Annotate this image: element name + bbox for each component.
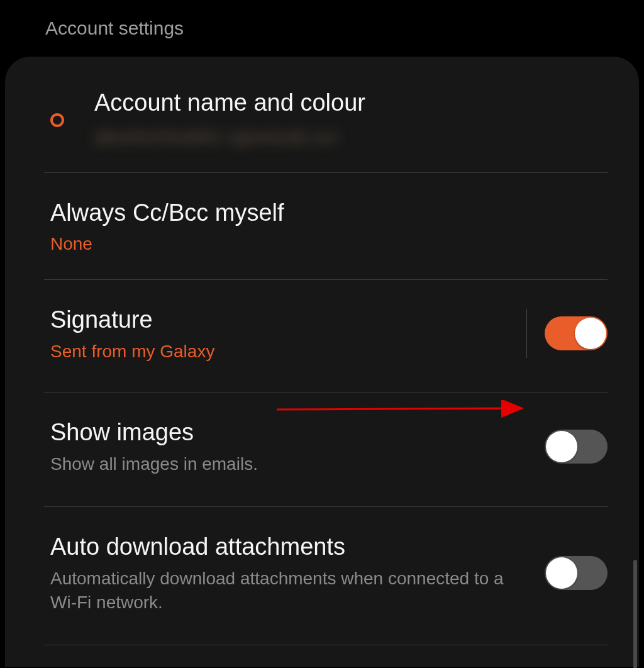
show-images-toggle[interactable] [545,430,608,464]
setting-account-name[interactable]: Account name and colour aboshcrhesb01 rg… [5,57,639,172]
account-name-title: Account name and colour [94,88,608,118]
page-title: Account settings [0,0,644,57]
auto-download-title: Auto download attachments [50,532,532,562]
auto-download-toggle[interactable] [545,556,608,590]
account-color-icon-wrap [50,108,94,127]
account-color-icon [50,113,64,127]
divider [44,645,608,645]
signature-title: Signature [50,305,514,335]
show-images-description: Show all images in emails. [50,452,532,476]
setting-cc-bcc[interactable]: Always Cc/Bcc myself None [5,173,639,280]
cc-bcc-title: Always Cc/Bcc myself [50,198,608,228]
toggle-knob [575,318,606,349]
toggle-knob [546,431,577,462]
settings-panel: Account name and colour aboshcrhesb01 rg… [5,57,639,667]
signature-value: Sent from my Galaxy [50,342,514,362]
setting-signature[interactable]: Signature Sent from my Galaxy [5,280,639,392]
show-images-title: Show images [50,418,532,448]
cc-bcc-value: None [50,234,608,254]
setting-show-images[interactable]: Show images Show all images in emails. [5,392,639,506]
vertical-divider [526,309,527,358]
toggle-knob [546,557,577,589]
signature-toggle[interactable] [545,316,608,350]
setting-auto-download[interactable]: Auto download attachments Automatically … [5,507,639,645]
scrollbar[interactable] [633,560,637,668]
auto-download-description: Automatically download attachments when … [50,567,532,615]
account-email-redacted: aboshcrhesb01 rgmotcab.cur [94,127,608,147]
